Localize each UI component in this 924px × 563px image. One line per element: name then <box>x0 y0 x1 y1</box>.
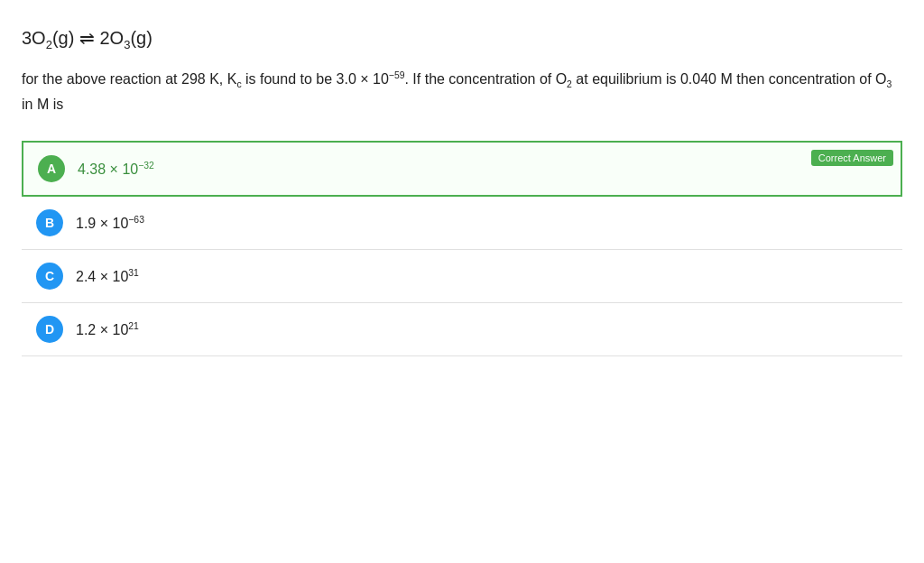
equation: 3O2(g) ⇌ 2O3(g) <box>22 27 902 51</box>
options-container: A 4.38 × 10−32 Correct Answer B 1.9 × 10… <box>22 141 902 356</box>
option-d-text: 1.2 × 1021 <box>76 321 139 338</box>
option-b-row[interactable]: B 1.9 × 10−63 <box>22 197 902 250</box>
option-a-text: 4.38 × 10−32 <box>78 161 154 178</box>
option-d-row[interactable]: D 1.2 × 1021 <box>22 303 902 356</box>
correct-answer-badge: Correct Answer <box>811 150 893 166</box>
option-b-text: 1.9 × 10−63 <box>76 215 144 232</box>
option-c-row[interactable]: C 2.4 × 1031 <box>22 250 902 303</box>
question-text: for the above reaction at 298 K, Kc is f… <box>22 68 902 115</box>
option-c-circle: C <box>36 263 63 290</box>
option-a-row[interactable]: A 4.38 × 10−32 Correct Answer <box>22 141 902 197</box>
option-d-circle: D <box>36 316 63 343</box>
option-b-circle: B <box>36 209 63 236</box>
option-a-circle: A <box>38 155 65 182</box>
option-c-text: 2.4 × 1031 <box>76 268 139 285</box>
